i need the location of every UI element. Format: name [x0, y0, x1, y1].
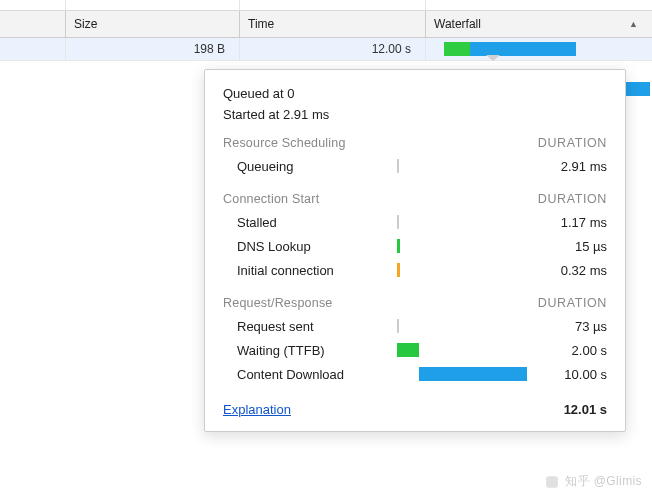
init-conn-label: Initial connection — [223, 263, 397, 278]
request-sent-value: 73 µs — [527, 319, 607, 334]
waterfall-bar — [430, 42, 648, 56]
started-text: Started at 2.91 ms — [223, 107, 607, 122]
size-header-label: Size — [74, 17, 97, 31]
size-value: 198 B — [194, 42, 225, 56]
size-column-header[interactable]: Size — [66, 11, 240, 37]
stray-waterfall-bar — [624, 82, 650, 96]
waterfall-column-header[interactable]: Waterfall ▲ — [426, 11, 652, 37]
grid-header-row: Size Time Waterfall ▲ — [0, 11, 652, 38]
queueing-row: Queueing 2.91 ms — [223, 154, 607, 178]
section-connection: Connection Start DURATION Stalled 1.17 m… — [223, 192, 607, 282]
time-header-label: Time — [248, 17, 274, 31]
section-scheduling: Resource Scheduling DURATION Queueing 2.… — [223, 136, 607, 178]
stalled-value: 1.17 ms — [527, 215, 607, 230]
total-time: 12.01 s — [564, 402, 607, 417]
scheduling-title: Resource Scheduling — [223, 136, 346, 150]
network-grid: Size Time Waterfall ▲ 198 B 12.00 s — [0, 0, 652, 61]
download-bar — [419, 367, 527, 381]
waterfall-pointer-icon — [486, 55, 500, 61]
waiting-label: Waiting (TTFB) — [223, 343, 397, 358]
waterfall-wait-segment — [444, 42, 470, 56]
waiting-bar — [397, 343, 419, 357]
waiting-row: Waiting (TTFB) 2.00 s — [223, 338, 607, 362]
stalled-label: Stalled — [223, 215, 397, 230]
waterfall-header-label: Waterfall — [434, 17, 481, 31]
duration-label-3: DURATION — [538, 296, 607, 310]
waterfall-cell[interactable] — [426, 38, 652, 60]
queueing-bar — [397, 159, 399, 173]
connection-title: Connection Start — [223, 192, 319, 206]
time-cell: 12.00 s — [240, 38, 426, 60]
request-sent-label: Request sent — [223, 319, 397, 334]
duration-label: DURATION — [538, 136, 607, 150]
sort-indicator-icon: ▲ — [629, 19, 638, 29]
queueing-value: 2.91 ms — [527, 159, 607, 174]
reqres-title: Request/Response — [223, 296, 333, 310]
init-conn-value: 0.32 ms — [527, 263, 607, 278]
time-value: 12.00 s — [372, 42, 411, 56]
dns-bar — [397, 239, 400, 253]
dns-label: DNS Lookup — [223, 239, 397, 254]
prev-cell — [0, 38, 66, 60]
download-value: 10.00 s — [527, 367, 607, 382]
init-conn-bar — [397, 263, 400, 277]
waiting-value: 2.00 s — [527, 343, 607, 358]
queued-text: Queued at 0 — [223, 86, 607, 101]
explanation-link[interactable]: Explanation — [223, 402, 291, 417]
watermark: 知乎 @Glimis — [545, 473, 642, 490]
download-row: Content Download 10.00 s — [223, 362, 607, 386]
waterfall-download-segment — [470, 42, 576, 56]
zhihu-icon — [545, 475, 559, 489]
prev-column-header[interactable] — [0, 11, 66, 37]
timing-tooltip: Queued at 0 Started at 2.91 ms Resource … — [204, 69, 626, 432]
duration-label-2: DURATION — [538, 192, 607, 206]
svg-rect-0 — [546, 476, 558, 488]
size-cell: 198 B — [66, 38, 240, 60]
request-sent-bar — [397, 319, 399, 333]
time-column-header[interactable]: Time — [240, 11, 426, 37]
stalled-row: Stalled 1.17 ms — [223, 210, 607, 234]
init-conn-row: Initial connection 0.32 ms — [223, 258, 607, 282]
queueing-label: Queueing — [223, 159, 397, 174]
watermark-text: 知乎 @Glimis — [565, 473, 642, 490]
request-sent-row: Request sent 73 µs — [223, 314, 607, 338]
grid-top-stripe — [0, 0, 652, 11]
dns-row: DNS Lookup 15 µs — [223, 234, 607, 258]
dns-value: 15 µs — [527, 239, 607, 254]
stalled-bar — [397, 215, 399, 229]
download-label: Content Download — [223, 367, 397, 382]
section-reqres: Request/Response DURATION Request sent 7… — [223, 296, 607, 386]
table-row[interactable]: 198 B 12.00 s — [0, 38, 652, 61]
